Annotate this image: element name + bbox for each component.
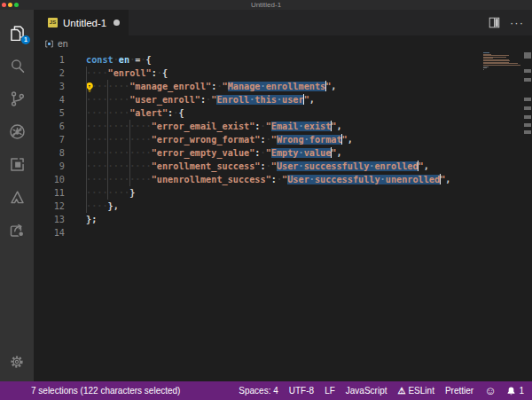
ruler-selection-mark xyxy=(524,69,531,73)
status-item-label: JavaScript xyxy=(346,386,387,396)
line-number: 10 xyxy=(34,173,73,186)
minimize-window-button[interactable] xyxy=(8,3,12,7)
breadcrumb[interactable]: en xyxy=(34,35,532,51)
code-line-content[interactable]: ············"error_wrong_format":·"Wrong… xyxy=(86,133,353,146)
code-line-content[interactable]: ········"user_enroll":·"Enroll·this·user… xyxy=(86,93,315,106)
code-line-content[interactable]: ····"enroll":·{ xyxy=(86,67,168,80)
selected-text: Manage·enrollments xyxy=(228,82,326,91)
activity-item-search[interactable] xyxy=(0,50,34,82)
search-icon xyxy=(8,57,27,75)
warning-icon: ⚠ xyxy=(397,387,405,396)
code-line-content[interactable]: ········"alert":·{ xyxy=(86,106,184,120)
activity-item-extensions[interactable] xyxy=(0,148,34,181)
line-number: 11 xyxy=(34,186,73,200)
code-token: ···· xyxy=(86,68,108,78)
javascript-file-icon: JS xyxy=(48,18,58,27)
zoom-window-button[interactable] xyxy=(14,3,19,7)
split-editor-icon[interactable] xyxy=(489,17,500,28)
activity-bar-bottom xyxy=(0,345,34,378)
code-editor[interactable]: 1const·en·=·{2····"enroll":·{3········"m… xyxy=(34,51,532,381)
editor-group: JS Untitled-1 ··· xyxy=(34,10,532,381)
status-item-warning[interactable]: ⚠ESLint xyxy=(397,386,434,396)
activity-item-settings[interactable] xyxy=(0,345,34,378)
code-line-content[interactable]: ············"unenrollment_success":·"Use… xyxy=(86,173,450,186)
ruler-selection-mark xyxy=(524,130,531,134)
status-item-7-selections-122-characters-selected[interactable]: 7 selections (122 characters selected) xyxy=(31,386,180,396)
code-token: :· xyxy=(261,135,271,145)
workbench: 1 JS Untitled-1 xyxy=(0,10,532,381)
selected-text: Enroll·this·user xyxy=(216,95,303,105)
code-token: "alert" xyxy=(129,108,168,118)
selected-text: User·successfully·enrolled xyxy=(277,161,419,171)
modified-indicator-icon[interactable] xyxy=(113,20,120,26)
code-line-content[interactable]: const·en·=·{ xyxy=(86,53,152,67)
close-window-button[interactable] xyxy=(2,3,6,7)
line-number: 5 xyxy=(34,106,73,120)
overview-ruler[interactable] xyxy=(524,51,531,381)
code-token: "user_enroll" xyxy=(129,95,200,105)
line-number: 12 xyxy=(34,200,73,213)
code-line-content[interactable]: ············"error_email_exist":·"Email·… xyxy=(86,120,342,133)
window-title: Untitled-1 xyxy=(0,0,532,10)
status-item-lf[interactable]: LF xyxy=(325,386,335,396)
status-item-bell[interactable]: 1 xyxy=(506,386,524,396)
code-token: " xyxy=(266,148,271,158)
ruler-selection-mark xyxy=(524,115,531,119)
breadcrumb-item-symbol[interactable]: en xyxy=(58,38,68,49)
code-line-content[interactable]: ············"enrollment_success":·"User·… xyxy=(86,160,429,173)
settings-icon xyxy=(8,353,26,371)
tab-untitled-1[interactable]: JS Untitled-1 xyxy=(34,10,129,35)
code-line-13[interactable]: 13}; xyxy=(34,213,532,226)
code-line-content[interactable]: ········} xyxy=(86,186,135,200)
indent-guide xyxy=(107,80,108,200)
activity-item-azure[interactable] xyxy=(0,181,34,214)
code-token: ············ xyxy=(86,148,152,158)
code-token: , xyxy=(336,148,341,158)
code-line-content[interactable]: }; xyxy=(86,213,97,226)
status-item-utf-8[interactable]: UTF-8 xyxy=(289,386,314,396)
indent-guide xyxy=(86,67,87,213)
more-actions-icon[interactable]: ··· xyxy=(510,19,524,27)
code-token: :·{ xyxy=(168,108,184,118)
extensions-icon xyxy=(8,155,27,174)
code-token: "error_empty_value" xyxy=(152,148,255,158)
line-number: 13 xyxy=(34,213,73,226)
code-token: , xyxy=(331,82,336,91)
code-token: :· xyxy=(254,122,265,131)
code-line-2[interactable]: 2····"enroll":·{ xyxy=(34,67,532,80)
activity-item-explorer[interactable]: 1 xyxy=(0,17,34,50)
line-number: 2 xyxy=(34,67,73,80)
activity-item-deploy[interactable] xyxy=(0,214,34,247)
indent-guide xyxy=(129,120,130,186)
code-line-content[interactable]: ····}, xyxy=(86,200,119,213)
ruler-selection-mark xyxy=(524,98,531,101)
line-number: 7 xyxy=(34,133,73,146)
deploy-icon xyxy=(8,221,27,239)
code-token: " xyxy=(223,82,228,91)
code-line-content[interactable]: ········"manage_enroll":·"Manage·enrollm… xyxy=(86,80,336,93)
code-line-12[interactable]: 12····}, xyxy=(34,200,532,213)
activity-badge: 1 xyxy=(21,35,30,44)
code-token: ············ xyxy=(86,161,152,171)
line-number: 9 xyxy=(34,160,73,173)
code-token: , xyxy=(309,95,315,105)
status-item-javascript[interactable]: JavaScript xyxy=(346,386,387,396)
status-item-spaces-4[interactable]: Spaces: 4 xyxy=(239,386,278,396)
code-line-1[interactable]: 1const·en·=·{ xyxy=(34,53,532,67)
code-line-content[interactable]: ············"error_empty_value":·"Empty·… xyxy=(86,146,342,160)
code-token: en xyxy=(119,55,129,65)
code-token: ·=·{ xyxy=(129,55,152,65)
debug-icon xyxy=(8,122,27,141)
code-token: ············ xyxy=(86,135,152,145)
code-line-14[interactable]: 14 xyxy=(34,226,532,239)
notifications-bell-icon xyxy=(506,386,516,396)
line-number: 3 xyxy=(34,80,73,93)
activity-item-debug[interactable] xyxy=(0,115,34,148)
status-item-label: 1 xyxy=(519,386,524,396)
status-item-smiley[interactable]: ☺ xyxy=(484,385,496,396)
activity-item-source-control[interactable] xyxy=(0,82,34,115)
line-number: 14 xyxy=(34,226,73,239)
status-item-prettier[interactable]: Prettier xyxy=(445,386,473,396)
code-token: :· xyxy=(254,148,265,158)
code-token: const xyxy=(86,55,113,65)
